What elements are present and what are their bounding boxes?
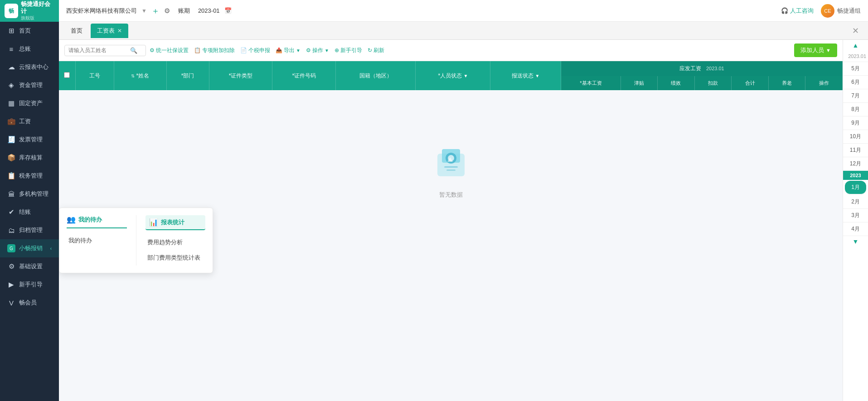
report-status-filter-icon[interactable]: ▼	[535, 73, 540, 78]
user-initials: CE	[824, 8, 831, 14]
new-guide-action[interactable]: ⊕ 新手引导	[335, 47, 362, 54]
popup-divider	[136, 215, 136, 266]
sidebar-item-archive[interactable]: 🗂 归档管理	[0, 221, 59, 239]
header-salary-group: 应发工资 2023.01	[561, 61, 843, 76]
sidebar-label-cloud: 云报表中心	[19, 63, 48, 71]
select-all-checkbox[interactable]	[64, 72, 70, 78]
todo-header-icon: 👥	[67, 215, 76, 224]
operations-action[interactable]: ⚙ 操作 ▼	[306, 47, 329, 54]
company-arrow-icon[interactable]: ▼	[141, 8, 147, 14]
add-person-button[interactable]: 添加人员 ▼	[794, 43, 837, 57]
sidebar-item-inventory[interactable]: 📦 库存核算	[0, 149, 59, 167]
sidebar-item-multi-org[interactable]: 🏛 多机构管理	[0, 185, 59, 203]
svg-rect-4	[444, 166, 458, 168]
sub-header-pension: 养老	[768, 76, 805, 90]
company-settings-icon[interactable]: ⚙	[164, 7, 170, 15]
sidebar-label-checkout: 结账	[19, 208, 31, 216]
person-status-filter-icon[interactable]: ▼	[463, 73, 468, 78]
tab-salary[interactable]: 工资表 ✕	[91, 24, 128, 38]
tab-close-icon[interactable]: ✕	[117, 28, 122, 34]
main-area: 西安虾米网络科技有限公司 ▼ ＋ ⚙ 账期 2023-01 📅 🎧 人工咨询 C…	[59, 0, 868, 401]
sidebar-item-expense[interactable]: G 小畅报销 ‹	[0, 239, 59, 257]
social-insurance-action[interactable]: ⚙ 统一社保设置	[150, 47, 189, 54]
sidebar-label-tax: 税务管理	[19, 172, 43, 180]
sidebar-item-home[interactable]: ⊞ 首页	[0, 22, 59, 40]
popup-expense-trend[interactable]: 费用趋势分析	[145, 235, 206, 250]
month-8[interactable]: 8月	[843, 103, 868, 116]
add-person-arrow-icon: ▼	[826, 48, 831, 53]
month-down-nav[interactable]: ▼	[843, 236, 868, 247]
popup-my-todo[interactable]: 我的待办	[67, 233, 127, 248]
month-4[interactable]: 4月	[843, 222, 868, 236]
sidebar-item-tax[interactable]: 📋 税务管理	[0, 167, 59, 185]
sidebar-item-fund[interactable]: ◈ 资金管理	[0, 76, 59, 94]
sidebar-item-fixed-assets[interactable]: ▦ 固定资产	[0, 94, 59, 112]
special-deduct-icon: 📋	[194, 47, 201, 53]
month-11[interactable]: 11月	[843, 144, 868, 157]
sidebar-item-member[interactable]: V 畅会员	[0, 294, 59, 312]
header-checkbox[interactable]	[59, 61, 75, 90]
popup-dept-expense[interactable]: 部门费用类型统计表	[145, 250, 206, 266]
period-label: 账期	[178, 7, 190, 15]
sidebar-label-fund: 资金管理	[19, 81, 43, 89]
special-deduct-action[interactable]: 📋 专项附加扣除	[194, 47, 235, 54]
sidebar-item-invoice[interactable]: 🧾 发票管理	[0, 130, 59, 149]
month-1[interactable]: 1月	[845, 181, 866, 194]
company-name: 西安虾米网络科技有限公司	[66, 7, 137, 15]
multi-org-icon: 🏛	[7, 190, 15, 198]
sidebar-item-ledger[interactable]: ≡ 总账	[0, 40, 59, 58]
month-12[interactable]: 12月	[843, 157, 868, 171]
social-insurance-icon: ⚙	[150, 47, 155, 53]
export-action[interactable]: 📤 导出 ▼	[276, 47, 301, 54]
month-6[interactable]: 6月	[843, 76, 868, 89]
user-menu-button[interactable]: CE 畅捷通组	[821, 4, 861, 18]
export-icon: 📤	[276, 47, 282, 53]
tax-icon: 📋	[7, 172, 15, 180]
sidebar-item-cloud-report[interactable]: ☁ 云报表中心	[0, 58, 59, 76]
tabbar: 首页 工资表 ✕ ✕	[59, 22, 868, 40]
sidebar-item-checkout[interactable]: ✔ 结账	[0, 203, 59, 221]
month-10[interactable]: 10月	[843, 130, 868, 144]
guide-icon: ▶	[7, 280, 15, 289]
support-button[interactable]: 🎧 人工咨询	[781, 7, 814, 15]
month-9[interactable]: 9月	[843, 116, 868, 130]
special-deduct-label: 专项附加扣除	[202, 47, 235, 54]
sub-header-base-salary: *基本工资	[561, 76, 621, 90]
sub-header-deduction: 扣款	[694, 76, 732, 90]
search-icon: 🔍	[130, 47, 137, 54]
topbar-right: 🎧 人工咨询 CE 畅捷通组	[781, 4, 861, 18]
headset-icon: 🎧	[781, 7, 788, 14]
tab-home[interactable]: 首页	[64, 24, 89, 38]
fund-icon: ◈	[7, 81, 15, 89]
sidebar-label-guide: 新手引导	[19, 280, 43, 289]
add-company-button[interactable]: ＋	[151, 5, 160, 16]
popup-col-todo: 👥 我的待办 我的待办	[67, 215, 127, 266]
logo-initials: 畅	[9, 7, 14, 15]
sidebar-item-basic-settings[interactable]: ⚙ 基础设置	[0, 257, 59, 275]
year-2023-label: 2023	[843, 171, 868, 180]
name-sort-icon[interactable]: ⇅	[131, 73, 135, 78]
sidebar-item-salary[interactable]: 💼 工资	[0, 112, 59, 130]
month-3[interactable]: 3月	[843, 209, 868, 222]
refresh-label: 刷新	[373, 47, 384, 54]
search-input[interactable]	[68, 47, 127, 53]
sidebar-item-new-guide[interactable]: ▶ 新手引导	[0, 275, 59, 294]
month-7[interactable]: 7月	[843, 89, 868, 103]
empty-illustration	[428, 140, 474, 185]
month-2[interactable]: 2月	[843, 195, 868, 209]
sub-header-action: 操作	[805, 76, 843, 90]
header-dept: *部门	[166, 61, 209, 90]
sidebar-label-multi-org: 多机构管理	[19, 190, 48, 198]
month-up-nav[interactable]: ▲	[843, 40, 868, 51]
header-name: ⇅ *姓名	[114, 61, 166, 90]
personal-tax-action[interactable]: 📄 个税申报	[240, 47, 270, 54]
refresh-action[interactable]: ↻ 刷新	[368, 47, 384, 54]
header-person-status: *人员状态 ▼	[416, 61, 490, 90]
month-5[interactable]: 5月	[843, 62, 868, 76]
header-country: 国籍（地区）	[336, 61, 416, 90]
operations-arrow-icon: ▼	[325, 48, 329, 53]
calendar-icon[interactable]: 📅	[224, 7, 232, 14]
search-box[interactable]: 🔍	[64, 45, 146, 56]
logo-text-block: 畅捷通好会计 旗舰版	[21, 0, 54, 21]
global-close-button[interactable]: ✕	[849, 26, 863, 36]
